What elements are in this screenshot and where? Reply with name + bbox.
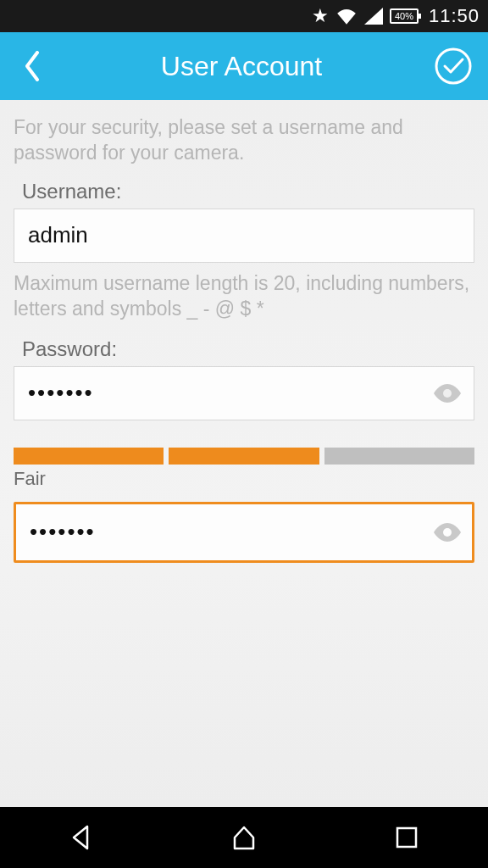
svg-point-2: [443, 528, 452, 537]
battery-percent: 40%: [395, 12, 413, 21]
nav-recents-button[interactable]: [381, 817, 432, 858]
svg-point-1: [443, 389, 452, 398]
nav-home-button[interactable]: [219, 817, 269, 858]
signal-icon: [364, 8, 383, 25]
username-input[interactable]: [14, 209, 474, 263]
username-hint: Maximum username length is 20, including…: [14, 271, 474, 322]
android-nav-bar: [0, 807, 488, 868]
username-label: Username:: [22, 180, 474, 203]
confirm-button[interactable]: [434, 47, 473, 86]
confirm-password-wrap: [14, 502, 474, 563]
back-button[interactable]: [15, 49, 49, 83]
password-input[interactable]: [14, 366, 474, 420]
strength-seg-2: [169, 448, 319, 465]
wifi-icon: [336, 8, 358, 25]
confirm-password-input[interactable]: [14, 502, 474, 563]
intro-text: For your security, please set a username…: [14, 115, 474, 166]
star-icon: ★: [312, 5, 329, 27]
password-strength-meter: [14, 448, 474, 465]
status-bar: ★ 40% 11:50: [0, 0, 488, 32]
svg-rect-3: [397, 828, 416, 847]
clock: 11:50: [429, 5, 480, 27]
toggle-password-visibility[interactable]: [430, 376, 464, 410]
password-strength-label: Fair: [14, 468, 474, 490]
password-field-wrap: [14, 366, 474, 420]
page-title: User Account: [161, 51, 322, 82]
password-label: Password:: [22, 337, 474, 361]
svg-point-0: [436, 49, 470, 83]
battery-indicator: 40%: [390, 8, 419, 24]
nav-back-button[interactable]: [56, 817, 107, 858]
app-header: User Account: [0, 32, 488, 100]
strength-seg-3: [324, 448, 474, 465]
toggle-confirm-visibility[interactable]: [430, 515, 464, 549]
content-area: For your security, please set a username…: [0, 100, 488, 807]
strength-seg-1: [14, 448, 164, 465]
